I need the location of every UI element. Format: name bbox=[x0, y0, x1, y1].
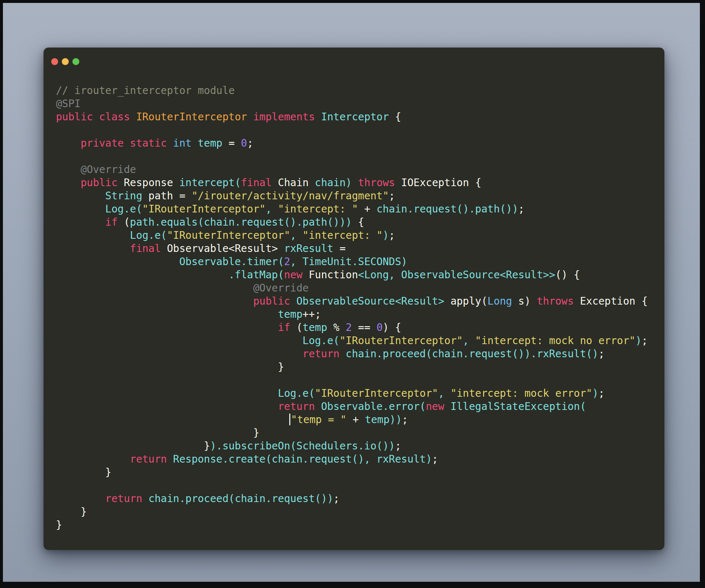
code-line bbox=[56, 150, 657, 163]
code-line bbox=[56, 374, 657, 387]
code-line: final Observable<Result> rxResult = bbox=[56, 242, 657, 255]
code-line: if (path.equals(chain.request().path()))… bbox=[56, 216, 657, 229]
code-line: .flatMap(new Function<Long, ObservableSo… bbox=[56, 268, 657, 282]
code-line bbox=[56, 479, 657, 492]
desktop-background: // irouter_interceptor module@SPIpublic … bbox=[3, 3, 700, 582]
code-line: "temp = " + temp)); bbox=[56, 413, 657, 426]
code-line: } bbox=[56, 466, 657, 479]
code-line: // irouter_interceptor module bbox=[56, 84, 657, 97]
code-line: @SPI bbox=[56, 97, 657, 110]
code-line: } bbox=[56, 505, 657, 519]
code-line: } bbox=[56, 426, 657, 440]
code-line: return Response.create(chain.request(), … bbox=[56, 453, 657, 466]
code-line: } bbox=[56, 519, 657, 532]
code-line: Observable.timer(2, TimeUnit.SECONDS) bbox=[56, 255, 657, 268]
code-line: } bbox=[56, 361, 657, 374]
code-line: return Observable.error(new IllegalState… bbox=[56, 400, 657, 413]
code-line bbox=[56, 124, 657, 137]
minimize-button[interactable] bbox=[62, 58, 69, 65]
code-line: private static int temp = 0; bbox=[56, 137, 657, 150]
zoom-button[interactable] bbox=[72, 58, 79, 65]
close-button[interactable] bbox=[51, 58, 58, 65]
code-line: public class IRouterInterceptor implemen… bbox=[56, 110, 657, 124]
code-line: return chain.proceed(chain.request()).rx… bbox=[56, 347, 657, 361]
window-controls bbox=[51, 58, 79, 65]
code-line: Log.e("IRouterInterceptor", "intercept: … bbox=[56, 203, 657, 216]
code-window: // irouter_interceptor module@SPIpublic … bbox=[44, 48, 664, 550]
code-line: Log.e("IRouterInterceptor", "intercept: … bbox=[56, 387, 657, 400]
code-line: @Override bbox=[56, 282, 657, 295]
code-line: return chain.proceed(chain.request()); bbox=[56, 492, 657, 505]
code-line: temp++; bbox=[56, 308, 657, 321]
code-line: public ObservableSource<Result> apply(Lo… bbox=[56, 295, 657, 308]
text-cursor bbox=[289, 414, 290, 425]
code-line: String path = "/irouter/activity/nav/fra… bbox=[56, 189, 657, 203]
code-editor[interactable]: // irouter_interceptor module@SPIpublic … bbox=[56, 84, 657, 532]
code-line: public Response intercept(final Chain ch… bbox=[56, 176, 657, 189]
code-line: Log.e("IRouterInterceptor", "intercept: … bbox=[56, 334, 657, 347]
code-line: @Override bbox=[56, 163, 657, 176]
code-line: if (temp % 2 == 0) { bbox=[56, 321, 657, 334]
code-line: Log.e("IRouterInterceptor", "intercept: … bbox=[56, 229, 657, 242]
code-line: }).subscribeOn(Schedulers.io()); bbox=[56, 440, 657, 453]
